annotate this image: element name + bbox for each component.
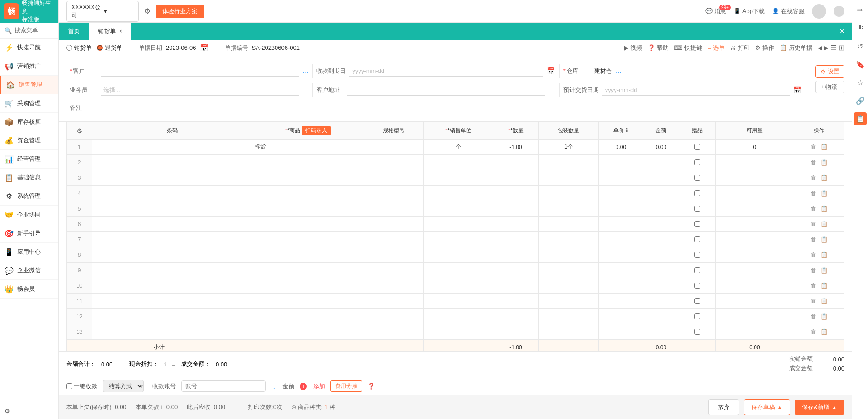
cell-unit-price-5[interactable] (598, 201, 643, 217)
cell-barcode-9[interactable] (92, 263, 252, 278)
expected-date-calendar-icon[interactable]: 📅 (793, 86, 802, 94)
delete-icon-11[interactable]: 🗑 (810, 298, 816, 304)
cell-quantity-10[interactable] (493, 278, 538, 294)
delete-icon-3[interactable]: 🗑 (810, 174, 816, 181)
cell-barcode-8[interactable] (92, 247, 252, 263)
cell-unit-price-2[interactable] (598, 155, 643, 170)
cell-unit-9[interactable] (424, 263, 493, 278)
cell-spec-5[interactable] (364, 201, 424, 217)
sidebar-item-member[interactable]: 👑畅会员 (0, 280, 58, 299)
cell-quantity-3[interactable] (493, 170, 538, 186)
user-avatar[interactable] (812, 4, 826, 19)
cell-goods-6[interactable] (252, 217, 364, 232)
cell-pkg-qty-12[interactable] (538, 309, 598, 324)
cell-unit-5[interactable] (424, 201, 493, 217)
tab-close-icon[interactable]: × (119, 28, 122, 34)
cell-unit-10[interactable] (424, 278, 493, 294)
cell-barcode-12[interactable] (92, 309, 252, 324)
cell-amount-9[interactable] (643, 263, 679, 278)
cell-spec-10[interactable] (364, 278, 424, 294)
cell-goods-5[interactable] (252, 201, 364, 217)
right-panel-link[interactable]: 🔗 (854, 94, 867, 107)
cell-goods-12[interactable] (252, 309, 364, 324)
cell-goods-3[interactable] (252, 170, 364, 186)
cell-barcode-10[interactable] (92, 278, 252, 294)
cell-gift-5[interactable] (679, 201, 715, 217)
sidebar-settings[interactable]: ⚙ (0, 403, 58, 419)
cell-amount-10[interactable] (643, 278, 679, 294)
cell-quantity-6[interactable] (493, 217, 538, 232)
cell-unit-7[interactable] (424, 232, 493, 247)
cell-gift-2[interactable] (679, 155, 715, 170)
warehouse-dots[interactable]: ... (616, 67, 621, 75)
radio-return-input[interactable] (97, 45, 103, 51)
cell-spec-6[interactable] (364, 217, 424, 232)
cell-unit-8[interactable] (424, 247, 493, 263)
gift-checkbox-6[interactable] (694, 221, 700, 227)
sidebar-item-inventory[interactable]: 📦库存核算 (0, 113, 58, 131)
cell-quantity-13[interactable] (493, 324, 538, 340)
cell-pkg-qty-7[interactable] (538, 232, 598, 247)
delete-icon-4[interactable]: 🗑 (810, 190, 816, 197)
copy-icon-9[interactable]: 📋 (820, 267, 828, 274)
delete-icon-1[interactable]: 🗑 (810, 144, 816, 150)
company-selector[interactable]: XXXXXX公司 ▾ (66, 1, 139, 22)
copy-icon-3[interactable]: 📋 (820, 174, 828, 181)
copy-icon-5[interactable]: 📋 (820, 205, 828, 212)
action-operate[interactable]: ⚙ 操作 (755, 44, 774, 52)
cell-amount-3[interactable] (643, 170, 679, 186)
copy-icon-4[interactable]: 📋 (820, 190, 828, 197)
account-input[interactable] (181, 380, 266, 392)
cell-spec-11[interactable] (364, 294, 424, 309)
right-panel-star[interactable]: ☆ (854, 76, 867, 89)
fee-btn[interactable]: 费用分摊 (330, 380, 362, 392)
salesperson-input[interactable] (101, 85, 299, 96)
action-shortcut[interactable]: ⌨ 快捷键 (674, 44, 702, 52)
gift-checkbox-8[interactable] (694, 252, 700, 258)
cell-unit-price-11[interactable] (598, 294, 643, 309)
cell-amount-13[interactable] (643, 324, 679, 340)
cell-unit-1[interactable]: 个 (424, 140, 493, 155)
cell-pkg-qty-5[interactable] (538, 201, 598, 217)
cell-gift-8[interactable] (679, 247, 715, 263)
cell-unit-13[interactable] (424, 324, 493, 340)
expected-date-input[interactable] (602, 85, 790, 96)
cell-quantity-5[interactable] (493, 201, 538, 217)
copy-icon-10[interactable]: 📋 (820, 282, 828, 289)
delete-icon-13[interactable]: 🗑 (810, 328, 816, 335)
cell-amount-11[interactable] (643, 294, 679, 309)
cell-unit-price-1[interactable]: 0.00 (598, 140, 643, 155)
scan-btn[interactable]: 扫码录入 (302, 126, 331, 135)
tab-bar-close-icon[interactable]: × (839, 27, 852, 36)
message-btn[interactable]: 💬 消息 99+ (705, 7, 726, 15)
customer-dots[interactable]: ... (302, 67, 308, 75)
right-panel-edit[interactable]: ✏ (854, 4, 867, 16)
cell-gift-10[interactable] (679, 278, 715, 294)
cell-spec-4[interactable] (364, 186, 424, 201)
cell-gift-9[interactable] (679, 263, 715, 278)
cell-spec-3[interactable] (364, 170, 424, 186)
cell-pkg-qty-10[interactable] (538, 278, 598, 294)
delete-icon-5[interactable]: 🗑 (810, 205, 816, 212)
due-date-calendar-icon[interactable]: 📅 (547, 67, 555, 75)
cell-spec-13[interactable] (364, 324, 424, 340)
cell-unit-price-9[interactable] (598, 263, 643, 278)
cell-gift-6[interactable] (679, 217, 715, 232)
delete-icon-2[interactable]: 🗑 (810, 159, 816, 166)
cell-gift-13[interactable] (679, 324, 715, 340)
cell-spec-2[interactable] (364, 155, 424, 170)
cell-gift-1[interactable] (679, 140, 715, 155)
gift-checkbox-5[interactable] (694, 206, 700, 212)
customer-input[interactable] (101, 66, 299, 77)
cell-quantity-1[interactable]: -1.00 (493, 140, 538, 155)
cell-pkg-qty-1[interactable]: 1个 (538, 140, 598, 155)
cell-goods-11[interactable] (252, 294, 364, 309)
gift-checkbox-7[interactable] (694, 236, 700, 242)
notes-input[interactable] (101, 102, 802, 113)
prev-icon[interactable]: ◀ (818, 44, 822, 51)
sidebar-item-finance[interactable]: 💰资金管理 (0, 131, 58, 150)
cell-pkg-qty-4[interactable] (538, 186, 598, 201)
list-view-icon[interactable]: ☰ (830, 43, 837, 52)
gift-checkbox-1[interactable] (694, 144, 700, 150)
cell-unit-price-10[interactable] (598, 278, 643, 294)
